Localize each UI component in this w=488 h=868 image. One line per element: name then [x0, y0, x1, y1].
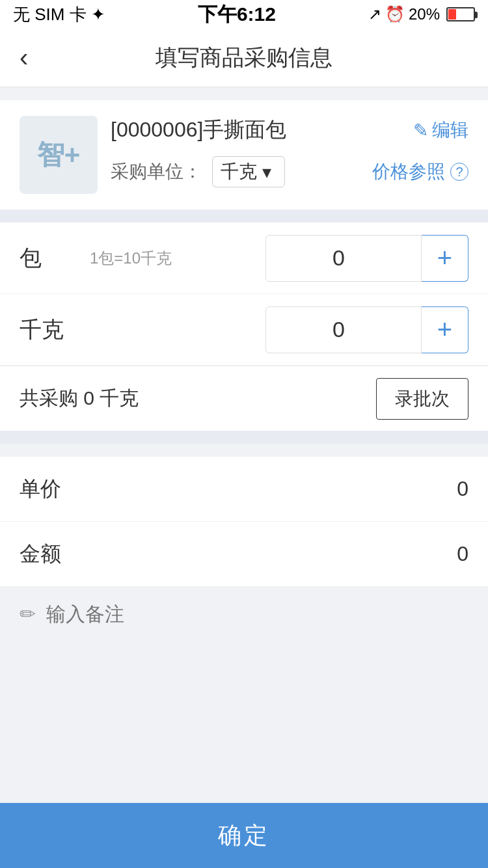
note-section: ✏ [0, 587, 488, 641]
edit-icon: ✎ [413, 120, 428, 141]
bag-control: + [265, 235, 468, 282]
section-divider [0, 210, 488, 223]
back-button[interactable]: ‹ [20, 43, 59, 72]
kg-input[interactable] [265, 306, 422, 353]
unit-row: 采购单位： 千克 ▾ 价格参照 ? [111, 156, 468, 187]
battery-percent: 20% [409, 5, 440, 23]
status-right: ↗ ⏰ 20% [368, 5, 475, 23]
product-card: 智+ [0000006]手撕面包 ✎ 编辑 采购单位： 千克 ▾ 价格参照 ? [0, 100, 488, 210]
price-section: 单价 0 金额 0 [0, 457, 488, 587]
summary-row: 共采购 0 千克 录批次 [0, 366, 488, 431]
unit-select[interactable]: 千克 ▾ [212, 156, 285, 187]
amount-value: 0 [457, 542, 468, 566]
bag-input[interactable] [265, 235, 422, 282]
unit-price-row: 单价 0 [0, 457, 488, 522]
edit-button[interactable]: ✎ 编辑 [413, 118, 468, 142]
product-image: 智+ [20, 116, 98, 194]
kg-plus-button[interactable]: + [422, 306, 468, 353]
status-left: 无 SIM 卡 ✦ [13, 3, 105, 26]
edit-label: 编辑 [432, 118, 468, 142]
header: ‹ 填写商品采购信息 [0, 29, 488, 87]
price-ref-label: 价格参照 [372, 159, 445, 184]
product-logo: 智+ [37, 137, 81, 173]
confirm-button[interactable]: 确定 [0, 803, 488, 868]
section-divider-2 [0, 431, 488, 444]
note-input[interactable] [46, 603, 468, 625]
unit-value: 千克 [221, 159, 257, 184]
kg-label: 千克 [20, 315, 85, 345]
record-batch-button[interactable]: 录批次 [376, 378, 468, 420]
kg-input-row: 千克 + [0, 294, 488, 366]
alarm-icon: ⏰ [385, 5, 405, 23]
pencil-icon: ✏ [20, 603, 36, 625]
amount-label: 金额 [20, 540, 61, 569]
status-time: 下午6:12 [198, 1, 276, 28]
page-title: 填写商品采购信息 [156, 43, 332, 73]
unit-price-label: 单价 [20, 475, 61, 504]
kg-control: + [265, 306, 468, 353]
bag-plus-button[interactable]: + [422, 235, 468, 282]
price-ref-button[interactable]: 价格参照 ? [372, 159, 468, 184]
location-icon: ↗ [368, 5, 381, 23]
sim-status: 无 SIM 卡 ✦ [13, 3, 105, 26]
unit-label: 采购单位： [111, 159, 202, 184]
product-name-row: [0000006]手撕面包 ✎ 编辑 [111, 116, 468, 144]
amount-row: 金额 0 [0, 522, 488, 587]
info-icon: ? [450, 163, 468, 181]
chevron-down-icon: ▾ [262, 161, 271, 183]
product-name: [0000006]手撕面包 [111, 116, 286, 144]
unit-price-value: 0 [457, 477, 468, 501]
bag-input-row: 包 1包=10千克 + [0, 223, 488, 294]
battery-icon [446, 7, 475, 21]
bag-label: 包 [20, 243, 85, 273]
summary-text: 共采购 0 千克 [20, 385, 139, 412]
status-bar: 无 SIM 卡 ✦ 下午6:12 ↗ ⏰ 20% [0, 0, 488, 29]
product-info: [0000006]手撕面包 ✎ 编辑 采购单位： 千克 ▾ 价格参照 ? [111, 116, 468, 187]
bag-sub: 1包=10千克 [90, 248, 172, 269]
input-section: 包 1包=10千克 + 千克 + 共采购 0 千克 录批次 [0, 223, 488, 431]
bottom-spacer [0, 641, 488, 771]
